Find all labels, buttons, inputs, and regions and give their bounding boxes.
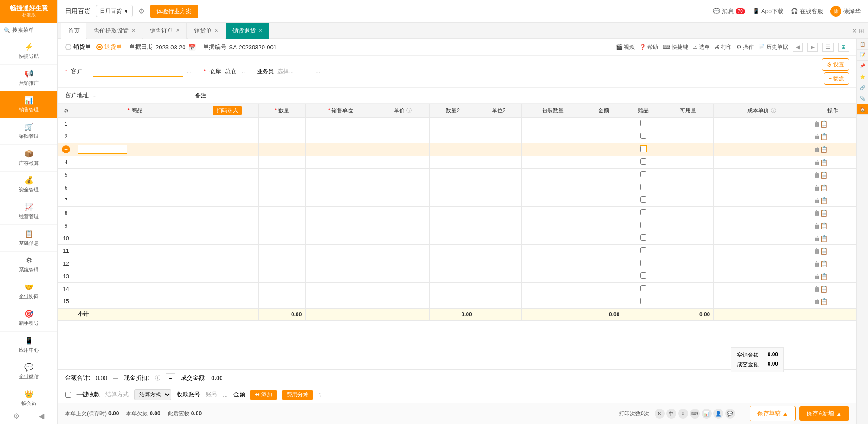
qty-cell-13[interactable] (259, 270, 306, 283)
qty2-cell-6[interactable] (430, 181, 476, 194)
qty-cell-6[interactable] (259, 181, 306, 194)
gift-cell-11[interactable] (623, 245, 663, 257)
gift-cell-15[interactable] (623, 295, 663, 308)
qty2-cell-13[interactable] (430, 270, 476, 283)
delete-row-btn-9[interactable]: 🗑 (814, 222, 820, 229)
status-icon-4[interactable]: ⌨ (690, 409, 700, 419)
price-cell-6[interactable] (376, 181, 430, 194)
pack-cell-10[interactable] (522, 232, 584, 245)
qty2-cell-8[interactable] (430, 207, 476, 219)
gift-checkbox-13[interactable] (640, 272, 646, 279)
right-sidebar-btn-active[interactable]: 🏠 (857, 104, 868, 115)
product-cell-14[interactable] (74, 283, 196, 295)
sidebar-item-finance[interactable]: 💰 资金管理 (0, 172, 57, 198)
sidebar-item-purchase[interactable]: 🛒 采购管理 (0, 118, 57, 145)
account-dots[interactable]: ... (223, 391, 228, 398)
available-cell-6[interactable] (663, 181, 714, 194)
pack-cell-6[interactable] (522, 181, 584, 194)
available-cell-15[interactable] (663, 295, 714, 308)
view-grid-icon[interactable]: ⊞ (838, 43, 849, 52)
cost-cell-9[interactable] (714, 219, 810, 232)
scan-btn[interactable]: 扫码录入 (213, 106, 242, 115)
qty2-cell-2[interactable] (430, 130, 476, 143)
unit-cell-10[interactable] (306, 232, 376, 245)
staff-dots[interactable]: ... (316, 68, 320, 75)
cost-cell-3[interactable] (714, 143, 810, 156)
available-cell-4[interactable] (663, 156, 714, 169)
tab-sales-order[interactable]: 销售订单 ✕ (143, 23, 187, 39)
qty-cell-4[interactable] (259, 156, 306, 169)
unit-cell-1[interactable] (306, 118, 376, 130)
price-cell-1[interactable] (376, 118, 430, 130)
operate-btn[interactable]: ⚙ 操作 (736, 43, 754, 51)
gift-checkbox-5[interactable] (640, 171, 646, 177)
right-sidebar-btn-6[interactable]: 📎 (857, 93, 868, 104)
unit-cell-13[interactable] (306, 270, 376, 283)
tab-price-setting-close[interactable]: ✕ (132, 28, 136, 33)
history-btn[interactable]: 📄 历史单据 (758, 43, 788, 51)
unit2-cell-9[interactable] (476, 219, 521, 232)
gift-checkbox-15[interactable] (640, 298, 646, 304)
status-icon-2[interactable]: 中 (666, 409, 676, 419)
product-cell-11[interactable] (74, 245, 196, 257)
unit-cell-4[interactable] (306, 156, 376, 169)
status-icon-1[interactable]: S (655, 409, 665, 419)
available-cell-5[interactable] (663, 169, 714, 181)
price-cell-7[interactable] (376, 194, 430, 207)
unit-cell-12[interactable] (306, 257, 376, 270)
view-list-icon[interactable]: ☰ (822, 43, 834, 52)
price-cell-2[interactable] (376, 130, 430, 143)
status-icon-7[interactable]: 💬 (725, 409, 735, 419)
gift-cell-7[interactable] (623, 194, 663, 207)
unit-cell-7[interactable] (306, 194, 376, 207)
unit2-cell-8[interactable] (476, 207, 521, 219)
amount-cell-4[interactable] (584, 156, 623, 169)
radio-return[interactable]: 退货单 (96, 43, 122, 51)
tab-sales-order-close[interactable]: ✕ (176, 28, 180, 33)
qty-cell-15[interactable] (259, 295, 306, 308)
warehouse-dots[interactable]: ... (240, 68, 245, 75)
qty-cell-3[interactable] (259, 143, 306, 156)
available-cell-3[interactable] (663, 143, 714, 156)
pack-cell-14[interactable] (522, 283, 584, 295)
price-cell-15[interactable] (376, 295, 430, 308)
customer-input[interactable] (93, 67, 183, 77)
price-cell-11[interactable] (376, 245, 430, 257)
amount-cell-12[interactable] (584, 257, 623, 270)
copy-row-btn-14[interactable]: 📋 (820, 286, 828, 293)
industry-select[interactable]: 日用百货 ▼ (96, 5, 133, 17)
draft-dropdown-icon[interactable]: ▲ (783, 410, 788, 417)
qty2-cell-5[interactable] (430, 169, 476, 181)
cost-cell-8[interactable] (714, 207, 810, 219)
unit-cell-14[interactable] (306, 283, 376, 295)
pack-cell-12[interactable] (522, 257, 584, 270)
product-input[interactable] (78, 145, 127, 154)
available-cell-14[interactable] (663, 283, 714, 295)
add-row-btn[interactable]: + (62, 145, 70, 153)
tab-sales-return[interactable]: 销货退货 ✕ (226, 23, 269, 39)
price-cell-10[interactable] (376, 232, 430, 245)
unit2-cell-15[interactable] (476, 295, 521, 308)
address-dots[interactable]: ... (92, 92, 183, 99)
tab-sales-return-close[interactable]: ✕ (259, 28, 263, 33)
cost-price-info-icon[interactable]: ⓘ (771, 107, 776, 114)
col-scan-header[interactable]: 扫码录入 (196, 104, 258, 118)
right-sidebar-btn-3[interactable]: 📌 (857, 61, 868, 71)
gift-checkbox-8[interactable] (640, 209, 646, 215)
copy-row-btn-12[interactable]: 📋 (820, 260, 828, 267)
pack-cell-8[interactable] (522, 207, 584, 219)
status-icon-6[interactable]: 👤 (713, 409, 723, 419)
tab-expand-icon[interactable]: ⊞ (859, 27, 864, 34)
gift-cell-6[interactable] (623, 181, 663, 194)
discount-info-icon[interactable]: ⓘ (155, 374, 160, 382)
amount-cell-7[interactable] (584, 194, 623, 207)
available-cell-1[interactable] (663, 118, 714, 130)
qty2-cell-9[interactable] (430, 219, 476, 232)
cost-cell-12[interactable] (714, 257, 810, 270)
qty2-cell-1[interactable] (430, 118, 476, 130)
sidebar-item-inventory[interactable]: 📦 库存核算 (0, 145, 57, 172)
copy-row-btn-15[interactable]: 📋 (820, 298, 828, 305)
cost-cell-15[interactable] (714, 295, 810, 308)
sidebar-settings-icon[interactable]: ⚙ (13, 412, 19, 420)
col-settings-header[interactable]: ⚙ (58, 104, 74, 118)
